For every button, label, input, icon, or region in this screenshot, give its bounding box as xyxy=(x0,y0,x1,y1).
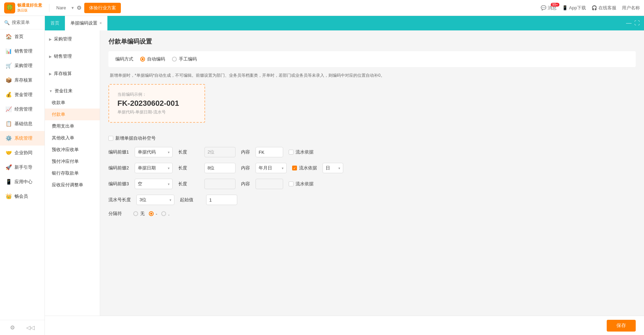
purchase-arrow-icon: ▶ xyxy=(49,37,52,41)
search-icon: 🔍 xyxy=(4,20,10,25)
manual-code-label: 手工编码 xyxy=(179,56,197,62)
prefix2-stream-label: 流水依据 xyxy=(299,165,317,171)
tab-home[interactable]: 首页 xyxy=(45,16,65,30)
mid-nav-item-other-income[interactable]: 其他收入单 xyxy=(45,132,100,144)
prefix3-stream-label: 流水依据 xyxy=(296,181,314,187)
prefix3-stream-cb[interactable] xyxy=(289,182,294,186)
serial-length-select[interactable]: 3位 ▾ xyxy=(136,195,174,205)
sidebar-bottom: ⚙ ◁◁ xyxy=(0,320,45,335)
prefix2-select[interactable]: 单据日期 ▾ xyxy=(135,163,173,173)
mid-nav-item-payment[interactable]: 付款单 xyxy=(45,109,100,120)
prefix1-length-value: 2位 xyxy=(208,149,214,155)
user-menu[interactable]: 用户名称 xyxy=(622,5,640,11)
company-name: Nare xyxy=(54,5,69,10)
start-val-input[interactable]: 1 xyxy=(206,195,237,205)
minimize-icon[interactable]: — xyxy=(626,20,632,26)
message-icon: 💬 xyxy=(541,5,546,10)
mid-nav-item-adjust[interactable]: 应收应付调整单 xyxy=(45,179,100,191)
prefix2-stream-checkbox[interactable]: 流水依据 xyxy=(292,165,317,171)
sep-radio-none[interactable]: 无 xyxy=(133,211,145,217)
maximize-icon[interactable]: ⛶ xyxy=(634,20,640,26)
prefix1-select[interactable]: 单据代码 ▾ xyxy=(135,147,173,157)
start-val-value: 1 xyxy=(209,197,212,203)
auto-code-label: 自动编码 xyxy=(147,56,165,62)
page-title: 付款单编码设置 xyxy=(108,37,636,46)
company-dropdown-icon[interactable]: ▾ xyxy=(71,5,74,10)
message-badge: 99+ xyxy=(551,3,559,7)
prefix2-day-select[interactable]: 日 ▾ xyxy=(323,163,343,173)
basic-icon: 📋 xyxy=(6,121,12,127)
sidebar-item-vip[interactable]: 👑 畅会员 xyxy=(0,189,45,204)
online-service-button[interactable]: 🎧 在线客服 xyxy=(592,5,616,11)
sidebar-item-purchase[interactable]: 🛒 采购管理 xyxy=(0,58,45,73)
prefix1-length-label: 长度 xyxy=(178,149,199,155)
sidebar-item-app-center[interactable]: 📱 应用中心 xyxy=(0,175,45,189)
serial-length-value: 3位 xyxy=(140,197,167,203)
settings-icon[interactable]: ⚙ xyxy=(77,4,81,11)
sep-radio-dash[interactable]: - xyxy=(149,211,157,216)
prefix1-select-value: 单据代码 xyxy=(138,149,165,155)
prefix2-stream-cb[interactable] xyxy=(292,166,297,170)
logo-sub: 旗品版 xyxy=(17,8,42,13)
prefix1-stream-cb[interactable] xyxy=(289,150,294,155)
sidebar-item-sales[interactable]: 📊 销售管理 xyxy=(0,44,45,58)
sidebar-item-operation[interactable]: 📈 经营管理 xyxy=(0,102,45,117)
sidebar-item-guide[interactable]: 🚀 新手引导 xyxy=(0,160,45,175)
auto-fill-checkbox[interactable] xyxy=(108,136,113,141)
settings-bottom-icon[interactable]: ⚙ xyxy=(10,324,15,331)
prefix1-stream-checkbox[interactable]: 流水依据 xyxy=(289,149,314,155)
mid-nav-inventory-header[interactable]: ▶ 库存核算 xyxy=(45,68,100,80)
mid-nav-sales-header[interactable]: ▶ 销售管理 xyxy=(45,50,100,62)
tab-close-icon[interactable]: × xyxy=(99,21,102,26)
prefix3-stream-checkbox[interactable]: 流水依据 xyxy=(289,181,314,187)
mid-nav-capital-header[interactable]: ▼ 资金往来 xyxy=(45,85,100,97)
prefix2-content-value: 年月日 xyxy=(259,165,279,171)
mid-nav: ▶ 采购管理 ▶ 销售管理 ▶ 库存核算 xyxy=(45,30,100,316)
content-area: ▶ 采购管理 ▶ 销售管理 ▶ 库存核算 xyxy=(45,30,644,316)
tab-doc-code[interactable]: 单据编码设置 × xyxy=(65,16,107,30)
save-button[interactable]: 保存 xyxy=(607,320,636,332)
info-text: 新增单据时，*单据编码*自动生成，不可编辑。前缀设置为部门、业务员等档案类，开单… xyxy=(108,73,636,78)
mid-nav-purchase-header[interactable]: ▶ 采购管理 xyxy=(45,33,100,45)
sidebar-item-system[interactable]: ⚙️ 系统管理 xyxy=(0,131,45,146)
experience-button[interactable]: 体验行业方案 xyxy=(84,3,121,13)
start-val-label: 起始值 xyxy=(180,197,201,203)
prefix1-content-label: 内容 xyxy=(241,149,250,155)
auto-code-radio[interactable]: 自动编码 xyxy=(140,56,165,62)
mid-nav-group-capital: ▼ 资金往来 收款单 付款单 费用支出单 其他收入单 预收冲应收单 预付冲应付单… xyxy=(45,82,100,194)
manual-code-radio[interactable]: 手工编码 xyxy=(172,56,197,62)
mid-nav-item-receipt[interactable]: 收款单 xyxy=(45,97,100,109)
sep-none-label: 无 xyxy=(140,211,145,217)
mid-nav-item-bank[interactable]: 银行存取款单 xyxy=(45,167,100,179)
prefix2-select-arrow: ▾ xyxy=(168,166,170,170)
app-center-icon: 📱 xyxy=(6,179,12,185)
mid-nav-item-expense[interactable]: 费用支出单 xyxy=(45,120,100,132)
topbar-right: 💬 消息 99+ 📱 App下载 🎧 在线客服 用户名称 xyxy=(541,5,640,11)
sidebar-search[interactable]: 🔍 搜索菜单 xyxy=(0,16,45,29)
sidebar-item-inventory[interactable]: 📦 库存核算 xyxy=(0,73,45,87)
prefix2-content-select[interactable]: 年月日 ▾ xyxy=(256,163,287,173)
sidebar-item-basic[interactable]: 📋 基础信息 xyxy=(0,117,45,131)
auto-fill-checkbox-row[interactable]: 新增单据自动补空号 xyxy=(108,135,636,141)
page-content: 付款单编码设置 编码方式 自动编码 手工编码 xyxy=(100,30,644,316)
sidebar-item-home[interactable]: 🏠 首页 xyxy=(0,29,45,44)
capital-arrow-icon: ▼ xyxy=(49,89,52,93)
collapse-icon[interactable]: ◁◁ xyxy=(26,324,35,331)
coding-method-section: 编码方式 自动编码 手工编码 xyxy=(108,51,636,67)
mid-nav-inventory-label: 库存核算 xyxy=(54,71,72,77)
main-layout: 🔍 搜索菜单 🏠 首页 📊 销售管理 🛒 采购管理 📦 库存核算 💰 资金管理 … xyxy=(0,16,644,335)
mid-nav-item-prepaid-receivable[interactable]: 预收冲应收单 xyxy=(45,144,100,156)
prefix3-select[interactable]: 空 ▾ xyxy=(135,179,173,189)
prefix1-content-input[interactable]: FK xyxy=(256,147,283,157)
mid-nav-item-prepaid-payable[interactable]: 预付冲应付单 xyxy=(45,156,100,167)
sidebar-item-cooperation[interactable]: 🤝 企业协同 xyxy=(0,146,45,160)
app-download-button[interactable]: 📱 App下载 xyxy=(562,5,586,11)
prefix3-length-input xyxy=(204,179,236,189)
sep-radio-dot[interactable]: . xyxy=(161,211,170,216)
sidebar-item-basic-label: 基础信息 xyxy=(15,121,32,127)
prefix-row-1: 编码前缀1 单据代码 ▾ 长度 2位 内容 FK 流水依据 xyxy=(108,147,636,157)
coding-method-label: 编码方式 xyxy=(115,56,133,62)
message-button[interactable]: 💬 消息 99+ xyxy=(541,5,557,11)
sidebar-item-finance[interactable]: 💰 资金管理 xyxy=(0,87,45,102)
mid-nav-group-sales: ▶ 销售管理 xyxy=(45,48,100,65)
